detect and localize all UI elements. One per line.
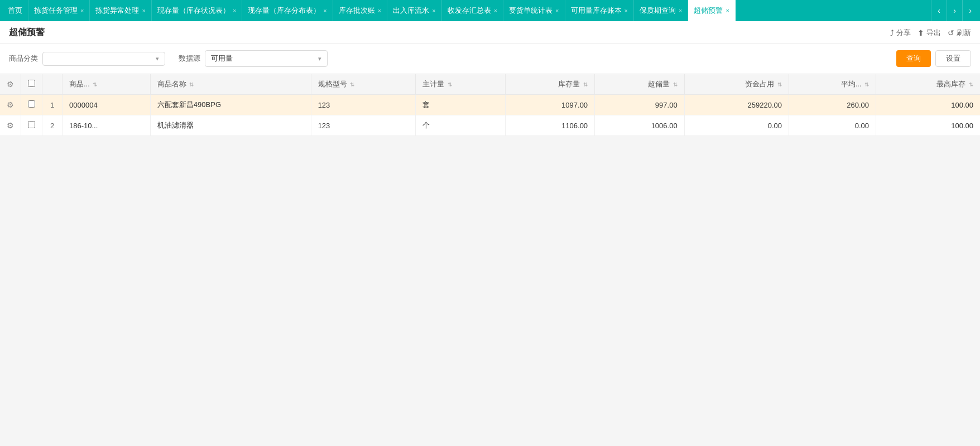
nav-tab-6[interactable]: 收发存汇总表×	[442, 0, 503, 21]
col-stock[interactable]: 库存量 ⇅	[505, 74, 595, 95]
close-icon[interactable]: ×	[378, 7, 381, 14]
sort-icon: ⇅	[969, 81, 973, 88]
gear-icon[interactable]: ⚙	[7, 80, 14, 89]
page-header: 超储预警 ⤴ 分享 ⬆ 导出 ↺ 刷新	[0, 21, 980, 43]
nav-tab-label: 现存量（库存状况表）	[157, 6, 230, 16]
row-max-stock: 100.00	[876, 115, 980, 136]
nav-tab-7[interactable]: 要货单统计表×	[503, 0, 565, 21]
row-gear[interactable]: ⚙	[0, 95, 21, 115]
select-all-checkbox[interactable]	[28, 80, 35, 87]
query-button[interactable]: 查询	[896, 50, 931, 67]
gear-icon[interactable]: ⚙	[7, 121, 14, 130]
col-max-stock[interactable]: 最高库存 ⇅	[876, 74, 980, 95]
row-checkbox-cell	[21, 95, 42, 115]
row-checkbox[interactable]	[28, 100, 35, 108]
share-icon: ⤴	[890, 28, 894, 37]
row-number: 1	[42, 95, 63, 115]
nav-tab-8[interactable]: 可用量库存账本×	[565, 0, 634, 21]
datasource-value: 可用量	[211, 54, 233, 64]
nav-tab-0[interactable]: 拣货任务管理×	[28, 0, 90, 21]
nav-tab-4[interactable]: 库存批次账×	[333, 0, 387, 21]
row-stock: 1106.00	[505, 115, 595, 136]
nav-tab-label: 要货单统计表	[509, 6, 553, 16]
close-icon[interactable]: ×	[494, 7, 497, 14]
close-icon[interactable]: ×	[432, 7, 435, 14]
row-spec: 123	[311, 115, 415, 136]
row-max-stock: 100.00	[876, 95, 980, 115]
sort-icon: ⇅	[583, 81, 588, 88]
row-capital: 0.00	[684, 115, 789, 136]
page-title: 超储预警	[9, 27, 45, 38]
chevron-down-icon: ▾	[156, 55, 159, 62]
col-name[interactable]: 商品名称 ⇅	[150, 74, 311, 95]
settings-button[interactable]: 设置	[935, 50, 971, 67]
row-gear[interactable]: ⚙	[0, 115, 21, 136]
col-unit[interactable]: 主计量 ⇅	[416, 74, 506, 95]
refresh-button[interactable]: ↺ 刷新	[948, 28, 971, 38]
row-number: 2	[42, 115, 63, 136]
nav-next-arrow[interactable]: ›	[947, 0, 962, 21]
close-icon[interactable]: ×	[80, 7, 84, 14]
table-row: ⚙ 2 186-10... 机油滤清器 123 个 1106.00 1006.0…	[0, 115, 980, 136]
sort-icon: ⇅	[93, 81, 97, 88]
chevron-down-icon: ▾	[318, 55, 321, 62]
col-gear: ⚙	[0, 74, 21, 95]
row-checkbox-cell	[21, 115, 42, 136]
nav-tab-5[interactable]: 出入库流水×	[387, 0, 441, 21]
row-overflow: 1006.00	[595, 115, 685, 136]
nav-tab-3[interactable]: 现存量（库存分布表）×	[242, 0, 333, 21]
nav-tab-label: 保质期查询	[640, 6, 676, 16]
nav-prev-arrow[interactable]: ‹	[931, 0, 947, 21]
row-checkbox[interactable]	[28, 121, 35, 128]
sort-icon: ⇅	[777, 81, 782, 88]
nav-menu-arrow[interactable]: ›	[962, 0, 978, 21]
gear-icon[interactable]: ⚙	[7, 100, 14, 109]
col-capital[interactable]: 资金占用 ⇅	[684, 74, 789, 95]
sort-icon: ⇅	[350, 81, 354, 88]
table-header-row: ⚙ 商品... ⇅ 商品名称 ⇅ 规格型号 ⇅ 主计量 ⇅	[0, 74, 980, 95]
close-icon[interactable]: ×	[624, 7, 628, 14]
col-row-num	[42, 74, 63, 95]
sort-icon: ⇅	[189, 81, 194, 88]
datasource-select[interactable]: 可用量 ▾	[205, 50, 328, 67]
close-icon[interactable]: ×	[233, 7, 236, 14]
col-checkbox-header	[21, 74, 42, 95]
data-table-container: ⚙ 商品... ⇅ 商品名称 ⇅ 规格型号 ⇅ 主计量 ⇅	[0, 74, 980, 136]
sort-icon: ⇅	[864, 81, 869, 88]
nav-home[interactable]: 首页	[2, 0, 28, 21]
row-avg: 0.00	[789, 115, 876, 136]
category-label: 商品分类	[9, 54, 38, 64]
filter-row: 商品分类 ▾ 数据源 可用量 ▾ 查询 设置	[0, 43, 980, 74]
row-avg: 260.00	[789, 95, 876, 115]
data-table: ⚙ 商品... ⇅ 商品名称 ⇅ 规格型号 ⇅ 主计量 ⇅	[0, 74, 980, 136]
row-name: 六配套新昌490BPG	[150, 95, 311, 115]
top-navigation: 首页 拣货任务管理×拣货异常处理×现存量（库存状况表）×现存量（库存分布表）×库…	[0, 0, 980, 21]
row-unit: 套	[416, 95, 506, 115]
category-select[interactable]: ▾	[42, 52, 165, 66]
datasource-label: 数据源	[179, 54, 200, 64]
nav-tab-9[interactable]: 保质期查询×	[634, 0, 688, 21]
row-overflow: 997.00	[595, 95, 685, 115]
col-overflow[interactable]: 超储量 ⇅	[595, 74, 685, 95]
close-icon[interactable]: ×	[679, 7, 682, 14]
nav-tab-1[interactable]: 拣货异常处理×	[90, 0, 151, 21]
share-button[interactable]: ⤴ 分享	[890, 28, 911, 38]
category-filter-group: 商品分类 ▾	[9, 52, 165, 66]
close-icon[interactable]: ×	[142, 7, 145, 14]
col-code[interactable]: 商品... ⇅	[63, 74, 151, 95]
nav-tab-label: 现存量（库存分布表）	[248, 6, 320, 16]
nav-tab-label: 拣货异常处理	[95, 6, 139, 16]
close-icon[interactable]: ×	[323, 7, 326, 14]
close-icon[interactable]: ×	[726, 7, 729, 14]
nav-tab-label: 超储预警	[694, 6, 723, 16]
row-code: 0000004	[63, 95, 151, 115]
close-icon[interactable]: ×	[555, 7, 559, 14]
row-stock: 1097.00	[505, 95, 595, 115]
header-actions: ⤴ 分享 ⬆ 导出 ↺ 刷新	[890, 28, 971, 38]
nav-tab-label: 可用量库存账本	[571, 6, 622, 16]
col-avg[interactable]: 平均... ⇅	[789, 74, 876, 95]
nav-tab-2[interactable]: 现存量（库存状况表）×	[152, 0, 242, 21]
export-button[interactable]: ⬆ 导出	[917, 28, 941, 38]
nav-tab-10[interactable]: 超储预警×	[688, 0, 735, 21]
col-spec[interactable]: 规格型号 ⇅	[311, 74, 415, 95]
